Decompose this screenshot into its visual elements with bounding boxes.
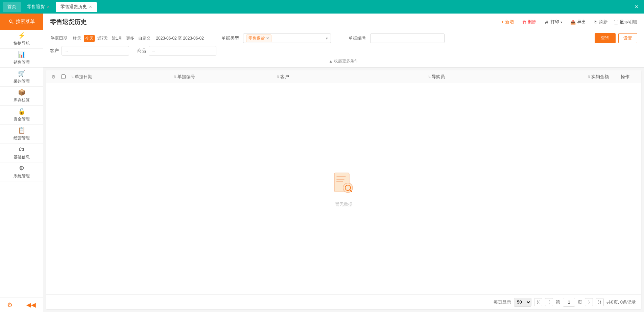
first-page-button[interactable]: ⟨⟨ <box>534 298 542 306</box>
quick-nav-icon: ⚡ <box>18 32 25 39</box>
tab-retail-return-history-close[interactable]: ✕ <box>89 5 92 9</box>
doc-type-select[interactable]: 零售退货 ✕ ▾ <box>243 34 331 43</box>
customer-input[interactable]: ... <box>62 46 129 55</box>
sidebar-item-inventory[interactable]: 📦 库存核算 <box>0 87 43 106</box>
select-all-checkbox[interactable] <box>58 74 68 79</box>
export-button[interactable]: 📤 导出 <box>568 18 588 26</box>
delete-button[interactable]: 🗑 删除 <box>520 18 539 26</box>
tab-retail-return-history[interactable]: 零售退货历史 ✕ <box>56 2 97 12</box>
last-page-button[interactable]: ⟩⟩ <box>596 298 604 306</box>
doc-no-input[interactable] <box>370 34 445 43</box>
col-docno-label: 单据编号 <box>177 74 195 80</box>
page-title: 零售退货历史 <box>50 18 87 26</box>
select-all-input[interactable] <box>61 74 66 79</box>
col-guide-label: 导购员 <box>432 74 445 80</box>
sidebar-settings-btn[interactable]: ⚙ <box>7 301 13 309</box>
empty-state-icon <box>330 170 357 197</box>
next-page-button[interactable]: ⟩ <box>585 298 593 306</box>
sidebar-item-basic-info[interactable]: 🗂 基础信息 <box>0 143 43 162</box>
col-header-customer[interactable]: ⇅ 客户 <box>274 74 425 80</box>
sidebar-item-quick-nav[interactable]: ⚡ 快捷导航 <box>0 30 43 49</box>
goods-field: 商品 ... <box>137 46 216 55</box>
sidebar-item-quick-nav-label: 快捷导航 <box>14 41 30 46</box>
filter-row-1: 单据日期 昨天 今天 近7天 近1月 更多 自定义 2023-06-02 至 2… <box>50 33 637 43</box>
date-btn-today[interactable]: 今天 <box>84 35 95 42</box>
sidebar-item-purchase[interactable]: 🛒 采购管理 <box>0 68 43 87</box>
sidebar: 搜索菜单 ⚡ 快捷导航 📊 销售管理 🛒 采购管理 📦 库存核算 🔒 资金管理 <box>0 14 43 312</box>
col-action-label: 操作 <box>621 74 629 80</box>
doc-type-tag-label: 零售退货 <box>248 36 265 41</box>
col-header-amount[interactable]: ⇅ 实销金额 <box>528 74 612 80</box>
purchase-icon: 🛒 <box>18 70 25 77</box>
new-button-label: + 新增 <box>501 19 514 25</box>
new-button[interactable]: + 新增 <box>499 18 516 26</box>
tab-home[interactable]: 首页 <box>3 2 21 12</box>
filter-date-range: 2023-06-02 至 2023-06-02 <box>156 36 204 41</box>
doc-no-label: 单据编号 <box>349 35 366 41</box>
sidebar-item-sales-label: 销售管理 <box>14 60 30 65</box>
date-btn-1month[interactable]: 近1月 <box>111 35 124 42</box>
doc-type-tag-close[interactable]: ✕ <box>266 36 269 41</box>
sidebar-item-system-label: 系统管理 <box>14 173 30 179</box>
doc-type-tag: 零售退货 ✕ <box>246 35 271 42</box>
print-button[interactable]: 🖨 打印 ▾ <box>543 18 564 26</box>
page-label: 第 <box>556 299 560 305</box>
show-detail-input[interactable] <box>614 20 618 24</box>
collapse-button[interactable]: ▲ 收起更多条件 <box>329 58 359 64</box>
show-detail-label: 显示明细 <box>620 19 637 25</box>
col-date-label: 单据日期 <box>75 74 92 80</box>
per-page-label: 每页显示 <box>494 299 511 305</box>
query-button[interactable]: 查询 <box>595 33 616 43</box>
sidebar-item-sales[interactable]: 📊 销售管理 <box>0 49 43 68</box>
show-detail-checkbox[interactable]: 显示明细 <box>614 19 637 25</box>
sidebar-search[interactable]: 搜索菜单 <box>0 14 43 30</box>
prev-page-button[interactable]: ⟨ <box>545 298 553 306</box>
sidebar-audio-btn[interactable]: ◀◀ <box>26 301 36 309</box>
table-header: ⚙ ⇅ 单据日期 ⇅ 单据编号 ⇅ 客户 ⇅ 导购员 <box>46 70 641 83</box>
sidebar-item-finance[interactable]: 🔒 资金管理 <box>0 106 43 125</box>
top-bar: 首页 零售退货 ✕ 零售退货历史 ✕ ✕ <box>0 0 644 14</box>
collapse-label: 收起更多条件 <box>334 58 358 64</box>
filter-settings-button[interactable]: 设置 <box>618 33 637 43</box>
sidebar-item-basic-info-label: 基础信息 <box>14 154 30 160</box>
sidebar-item-operations[interactable]: 📋 经营管理 <box>0 125 43 143</box>
tab-home-label: 首页 <box>7 4 16 10</box>
page-header: 零售退货历史 + 新增 🗑 删除 🖨 打印 ▾ 📤 <box>43 14 644 68</box>
date-btn-yesterday[interactable]: 昨天 <box>72 35 82 42</box>
page-header-top: 零售退货历史 + 新增 🗑 删除 🖨 打印 ▾ 📤 <box>50 18 637 26</box>
col-header-doc-date[interactable]: ⇅ 单据日期 <box>68 74 171 80</box>
customer-field: 客户 ... <box>50 46 129 55</box>
column-settings-button[interactable]: ⚙ <box>49 74 58 80</box>
sidebar-item-system[interactable]: ⚙ 系统管理 <box>0 162 43 181</box>
per-page-select[interactable]: 10 20 50 100 <box>514 298 531 307</box>
date-btn-custom[interactable]: 自定义 <box>137 35 152 42</box>
date-btn-more[interactable]: 更多 <box>125 35 136 42</box>
col-header-guide[interactable]: ⇅ 导购员 <box>425 74 528 80</box>
main-layout: 搜索菜单 ⚡ 快捷导航 📊 销售管理 🛒 采购管理 📦 库存核算 🔒 资金管理 <box>0 14 644 312</box>
page-unit: 页 <box>578 299 582 305</box>
empty-state-text: 暂无数据 <box>335 201 353 207</box>
col-date-sort-icon: ⇅ <box>71 75 74 79</box>
basic-info-icon: 🗂 <box>19 146 25 153</box>
sidebar-item-finance-label: 资金管理 <box>14 116 30 122</box>
sales-icon: 📊 <box>18 51 25 58</box>
total-records-label: 共0页, 0条记录 <box>606 299 636 305</box>
date-btn-7days[interactable]: 近7天 <box>96 35 109 42</box>
tab-retail-return-close[interactable]: ✕ <box>47 5 50 9</box>
refresh-button[interactable]: ↻ 刷新 <box>592 18 610 26</box>
page-number-input[interactable]: 1 <box>563 298 575 307</box>
sidebar-item-operations-label: 经营管理 <box>14 135 30 141</box>
sidebar-footer: ⚙ ◀◀ <box>0 297 43 312</box>
finance-icon: 🔒 <box>18 108 25 115</box>
window-close-button[interactable]: ✕ <box>632 4 641 9</box>
doc-date-label: 单据日期 <box>50 35 68 41</box>
refresh-icon: ↻ <box>594 20 598 25</box>
tab-retail-return[interactable]: 零售退货 ✕ <box>22 2 54 12</box>
goods-input[interactable]: ... <box>149 46 216 55</box>
svg-rect-4 <box>336 179 344 180</box>
pagination: 每页显示 10 20 50 100 ⟨⟨ ⟨ 第 1 页 ⟩ ⟩⟩ 共0页, 0… <box>46 294 641 309</box>
sidebar-search-label: 搜索菜单 <box>16 19 35 25</box>
col-header-doc-no[interactable]: ⇅ 单据编号 <box>171 74 274 80</box>
refresh-button-label: 刷新 <box>599 19 608 25</box>
svg-rect-5 <box>336 181 343 182</box>
